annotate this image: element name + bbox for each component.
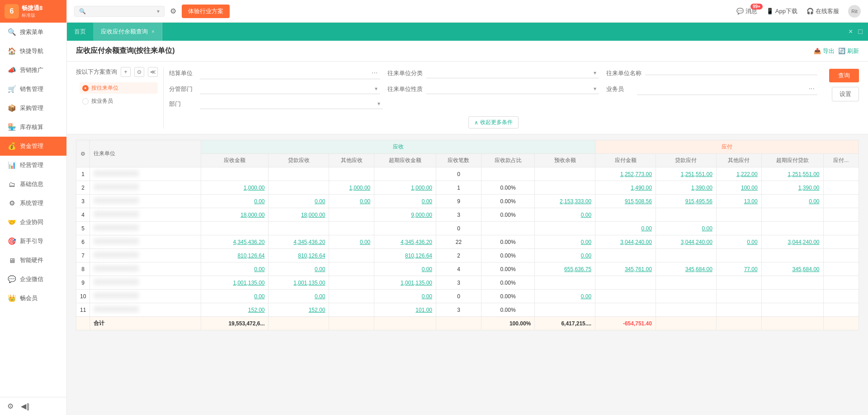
settle-unit-dots[interactable]: ··· [372,69,377,77]
filter-dept: 部门 ▾ [169,99,383,109]
sidebar-item-wechat[interactable]: 💬 企业微信 [0,270,66,289]
sidebar-item-inventory[interactable]: 🏪 库存核算 [0,118,66,137]
sidebar-item-finance[interactable]: 💰 资金管理 [0,137,66,156]
online-service-button[interactable]: 🎧 在线客服 [807,7,839,15]
search-menu-icon: 🔍 [7,28,16,36]
message-icon: 💬 [736,8,744,14]
th-ar-group: 应收 [201,140,595,154]
filter-dept-manage: 分管部门 ▾ [169,84,380,94]
sidebar-item-basic-info[interactable]: 🗂 基础信息 [0,175,66,194]
nav-search-bar[interactable]: 🔍 ▾ [74,6,165,17]
refresh-button[interactable]: 🔄 刷新 [838,47,859,55]
sidebar-item-vip[interactable]: 👑 畅会员 [0,289,66,308]
dept-manage-input[interactable]: ▾ [200,84,380,94]
table-row: 7810,126.64810,126.64810,126.6420.00%0.0… [76,249,859,262]
sidebar-item-system[interactable]: ⚙ 系统管理 [0,194,66,213]
table-row: 500.000.00 [76,222,859,235]
window-max-icon[interactable]: □ [858,28,863,36]
sales-icon: 🛒 [7,85,16,93]
filter-partner-category: 往来单位分类 ▾ [387,68,599,78]
th-ar-amount: 应收金额 [201,154,269,167]
window-close-icon[interactable]: × [849,28,853,36]
top-navigation: 🔍 ▾ ⚙ 体验行业方案 💬 消息 99+ 📱 App下载 🎧 在线客服 Rit [67,0,868,23]
dept-dropdown-icon[interactable]: ▾ [377,100,380,107]
collapse-sidebar-icon[interactable]: ◀‖ [21,402,30,410]
th-ar-ratio: 应收款占比 [481,154,534,167]
tab-home[interactable]: 首页 [67,23,94,41]
sidebar-item-hardware[interactable]: 🖥 智能硬件 [0,251,66,270]
nav-gear-icon[interactable]: ⚙ [170,7,176,15]
filter-label: 按以下方案查询 [76,68,117,76]
operations-icon: 📊 [7,161,16,169]
table-row: 64,345,436.204,345,436.200.004,345,436.2… [76,235,859,249]
sidebar-item-marketing[interactable]: 📣 营销推广 [0,61,66,80]
sidebar-item-sales[interactable]: 🛒 销售管理 [0,80,66,99]
partner-category-dropdown-icon[interactable]: ▾ [594,70,596,76]
filter-add-button[interactable]: + [121,67,131,77]
salesman-input[interactable]: ··· [637,83,817,95]
th-ap-other: 其他应付 [716,154,761,167]
filter-collapse-button[interactable]: ≪ [148,67,158,77]
dept-input[interactable]: ▾ [200,99,383,109]
th-ar-other: 其他应收 [329,154,374,167]
promo-button[interactable]: 体验行业方案 [182,5,230,18]
export-button[interactable]: 📤 导出 [814,47,835,55]
service-icon: 🎧 [807,8,814,14]
sidebar-item-purchase[interactable]: 📦 采购管理 [0,99,66,118]
partner-name-input[interactable] [645,71,817,75]
query-button[interactable]: 查询 [829,69,859,82]
filter-salesman: 业务员 ··· [606,83,817,95]
table-settings-icon[interactable]: ⚙ [80,151,85,157]
partner-category-input[interactable]: ▾ [426,68,599,78]
guide-icon: 🎯 [7,237,16,245]
partner-nature-input[interactable]: ▾ [426,84,599,94]
filter-partner-name: 往来单位名称 [606,69,817,77]
sidebar-item-search-menu[interactable]: 🔍 搜索菜单 [0,23,66,42]
table-row: 30.000.000.000.0090.00%2,153,333.00915,5… [76,195,859,208]
filter-section: 按以下方案查询 + ⊙ ≪ ✦ 按往来单位 按业务员 [67,62,868,134]
app-download-button[interactable]: 📱 App下载 [766,7,797,15]
filter-settings-button[interactable]: 设置 [832,87,859,101]
filter-setting-button[interactable]: ⊙ [134,67,144,77]
home-icon: 🏠 [7,47,16,55]
marketing-icon: 📣 [7,66,16,74]
tab-close-icon[interactable]: × [151,29,155,35]
scrollable-table[interactable]: ⚙ 往来单位 应收 应付 应收金额 贷款应收 其他应收 超期应收金额 应收笔数 … [76,140,859,330]
sidebar-item-quick-nav[interactable]: 🏠 快捷导航 [0,42,66,61]
purchase-icon: 📦 [7,104,16,112]
th-ar-count: 应收笔数 [436,154,481,167]
table-row: 100.000.000.0000.00%0.00 [76,290,859,303]
salesman-dots[interactable]: ··· [809,85,815,93]
table-row: 101,252,773.001,251,551.001,222.001,251,… [76,167,859,181]
sidebar: 6 畅捷通8 标准版 🔍 搜索菜单 🏠 快捷导航 📣 营销推广 🛒 销售管理 📦… [0,0,67,415]
user-avatar[interactable]: Rit [848,5,861,18]
filter-scheme-list: ✦ 按往来单位 按业务员 [76,82,158,107]
page-header: 应收应付余额查询(按往来单位) 📤 导出 🔄 刷新 [67,41,868,62]
sidebar-item-guide[interactable]: 🎯 新手引导 [0,232,66,251]
scheme-dot-active: ✦ [82,85,89,91]
export-icon: 📤 [814,48,821,54]
settle-unit-input[interactable]: ··· [200,67,380,79]
sidebar-item-operations[interactable]: 📊 经营管理 [0,156,66,175]
vip-icon: 👑 [7,294,16,302]
collapse-filter-button[interactable]: ∧ 收起更多条件 [468,116,519,129]
messages-button[interactable]: 💬 消息 99+ [736,7,757,15]
tab-ar-ap-label: 应收应付余额查询 [101,28,148,36]
collapse-up-icon: ∧ [474,119,478,126]
scheme-by-salesman[interactable]: 按业务员 [80,95,158,107]
sidebar-item-enterprise[interactable]: 🤝 企业协同 [0,213,66,232]
basic-info-icon: 🗂 [7,181,16,188]
settings-footer-icon[interactable]: ⚙ [7,402,14,410]
table-row: 91,001,135.001,001,135.001,001,135.0030.… [76,276,859,290]
filter-partner-nature: 往来单位性质 ▾ [387,84,599,94]
scheme-by-partner[interactable]: ✦ 按往来单位 [80,82,158,94]
nav-dropdown-icon[interactable]: ▾ [157,8,160,14]
table-section: ⚙ 往来单位 应收 应付 应收金额 贷款应收 其他应收 超期应收金额 应收笔数 … [67,134,868,336]
tab-ar-ap[interactable]: 应收应付余额查询 × [94,23,162,41]
tab-home-label: 首页 [74,28,86,36]
sidebar-footer[interactable]: ⚙ ◀‖ [0,397,66,415]
dept-manage-dropdown-icon[interactable]: ▾ [375,86,377,92]
th-ap-loan: 贷款应付 [656,154,716,167]
partner-nature-dropdown-icon[interactable]: ▾ [594,86,596,92]
th-partner: 往来单位 [90,140,201,167]
